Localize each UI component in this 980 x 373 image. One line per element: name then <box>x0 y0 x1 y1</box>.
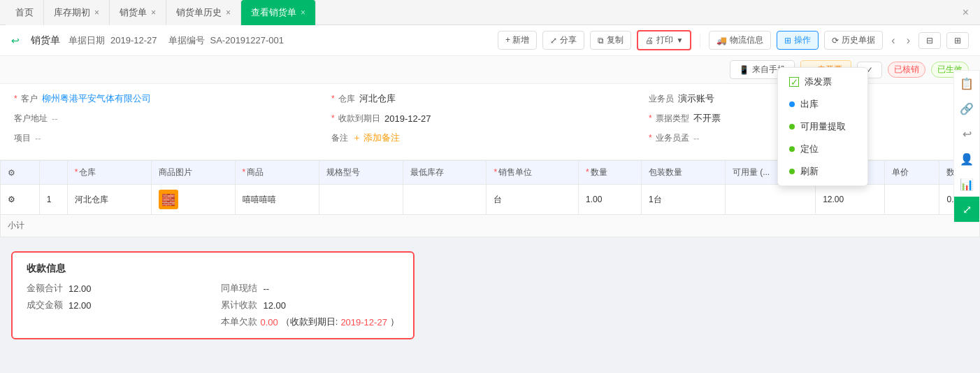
warehouse-value: 河北仓库 <box>359 92 396 105</box>
history-icon: ⟳ <box>832 36 839 45</box>
sidebar-icon-2[interactable]: 🔗 <box>954 96 979 121</box>
history-button[interactable]: ⟳ 历史单据 <box>824 31 883 50</box>
col-no <box>39 161 67 185</box>
warehouse-label-text: 仓库 <box>338 94 355 104</box>
right-sidebar: 📋 🔗 ↩ 👤 📊 ⤢ <box>953 70 980 223</box>
tab-home[interactable]: 首页 <box>6 0 44 25</box>
payment-due-date-value: 2019-12-27 <box>340 317 387 328</box>
print-button[interactable]: 🖨 打印 ▼ <box>637 30 691 50</box>
green-dot-icon-1 <box>789 124 795 129</box>
tab-view-sales-close[interactable]: × <box>301 8 305 17</box>
nav-prev-button[interactable]: ‹ <box>888 33 898 48</box>
global-close-button[interactable]: × <box>957 6 974 19</box>
doc-title-area: ↩ 销货单 单据日期 2019-12-27 单据编号 SA-20191227-0… <box>11 34 498 47</box>
col-spec: 规格型号 <box>319 161 403 185</box>
col-product: *商品 <box>235 161 319 185</box>
project-label: 项目 <box>14 132 31 144</box>
tab-view-sales[interactable]: 查看销货单 × <box>241 0 316 25</box>
add-invoice-item[interactable]: ✓ 添发票 <box>778 71 867 93</box>
tab-sales-history-close[interactable]: × <box>226 8 231 17</box>
tab-sales-order-close[interactable]: × <box>151 8 156 17</box>
tab-inventory-init-label: 库存期初 <box>54 6 90 19</box>
row-pack-qty-cell: 1台 <box>641 185 725 215</box>
tab-inventory-init-close[interactable]: × <box>94 8 99 17</box>
tab-inventory-init[interactable]: 库存期初 × <box>44 0 110 25</box>
sidebar-icon-5[interactable]: 📊 <box>954 171 979 197</box>
tab-sales-history[interactable]: 销货单历史 × <box>166 0 241 25</box>
copy-button[interactable]: ⧉ 复制 <box>590 31 631 50</box>
add-note-button[interactable]: ＋ 添加备注 <box>352 132 400 144</box>
refresh-label: 刷新 <box>800 165 819 178</box>
payment-title: 收款信息 <box>27 262 399 275</box>
table-row[interactable]: ⚙ 1 河北仓库 🧱 嘻嘻嘻嘻 台 1.00 1台 12.00 <box>1 185 980 215</box>
operations-dropdown: ✓ 添发票 出库 可用量提取 定位 刷新 <box>777 67 868 186</box>
tab-home-label: 首页 <box>15 6 34 19</box>
col-qty: *数量 <box>579 161 642 185</box>
customer-label-text: 客户 <box>21 94 38 104</box>
customer-value[interactable]: 柳州粤港平安气体有限公司 <box>42 92 151 105</box>
col-warehouse: *仓库 <box>67 161 151 185</box>
add-invoice-label: 添发票 <box>805 76 832 88</box>
row-gear-icon: ⚙ <box>8 195 15 204</box>
new-button[interactable]: + 新增 <box>498 31 537 50</box>
col-image: 商品图片 <box>151 161 235 185</box>
logistics-button[interactable]: 🚚 物流信息 <box>709 31 771 50</box>
available-qty-item[interactable]: 可用量提取 <box>778 115 867 138</box>
phone-icon: 📱 <box>739 65 749 75</box>
sidebar-icon-6[interactable]: ⤢ <box>954 197 979 222</box>
col-settings[interactable]: ⚙ <box>1 161 40 185</box>
project-label-text: 项目 <box>14 133 31 143</box>
green-dot-icon-3 <box>789 169 795 174</box>
warehouse-label: * 仓库 <box>331 93 355 105</box>
staff2-label: * 业务员孟 <box>649 132 689 144</box>
sidebar-icon-4[interactable]: 👤 <box>954 146 979 171</box>
doc-date-label: 单据日期 2019-12-27 <box>69 34 157 47</box>
row-min-stock-cell <box>403 185 487 215</box>
print-dropdown-arrow: ▼ <box>676 36 683 44</box>
note-label-text: 备注 <box>331 133 348 143</box>
payment-date-field: * 收款到期日 2019-12-27 <box>331 113 649 125</box>
print-label: 打印 <box>656 34 673 46</box>
staff2-required: * <box>649 133 652 143</box>
payment-total-row: 金额合计 12.00 <box>27 282 204 295</box>
view-list-button[interactable]: ⊟ <box>918 32 941 49</box>
payment-outstanding-label: 本单欠款 <box>221 316 257 328</box>
sidebar-icon-1[interactable]: 📋 <box>954 71 979 96</box>
operations-button[interactable]: ⊞ 操作 <box>777 31 819 50</box>
logistics-label: 物流信息 <box>730 34 763 46</box>
sidebar-icon-3[interactable]: ↩ <box>954 121 979 146</box>
row-spec-cell <box>319 185 403 215</box>
project-value: -- <box>35 133 41 143</box>
tab-sales-order[interactable]: 销货单 × <box>110 0 166 25</box>
tab-sales-history-label: 销货单历史 <box>176 6 222 19</box>
operations-label: 操作 <box>794 34 811 46</box>
payment-date-required: * <box>331 113 335 123</box>
note-field: 备注 ＋ 添加备注 <box>331 132 649 144</box>
payment-same-order-label: 同单现结 <box>221 282 257 295</box>
project-field: 项目 -- <box>14 132 331 144</box>
row-unit-cell: 台 <box>487 185 579 215</box>
payment-cumulative-label: 累计收款 <box>221 299 257 311</box>
subtotal-cell: 小计 <box>1 215 980 237</box>
payment-due-date-suffix: ） <box>390 316 399 328</box>
refresh-item[interactable]: 刷新 <box>778 160 867 183</box>
outbound-item[interactable]: 出库 <box>778 93 867 115</box>
subtotal-label: 小计 <box>8 220 24 230</box>
doc-type-title: 销货单 <box>31 34 60 47</box>
doc-meta: 单据日期 2019-12-27 单据编号 SA-20191227-001 <box>69 34 284 47</box>
col-unit: *销售单位 <box>487 161 579 185</box>
payment-outstanding-row: 本单欠款 0.00 （收款到期日: 2019-12-27 ） <box>221 316 398 328</box>
nav-next-button[interactable]: › <box>904 33 913 48</box>
payment-section: 收款信息 金额合计 12.00 同单现结 -- 成交金额 12.00 <box>0 237 980 353</box>
share-button[interactable]: ⤢ 分享 <box>542 31 584 50</box>
row-settings-cell[interactable]: ⚙ <box>1 185 40 215</box>
locate-item[interactable]: 定位 <box>778 138 867 160</box>
green-dot-icon-2 <box>789 146 795 152</box>
available-qty-label: 可用量提取 <box>800 120 846 133</box>
view-grid-button[interactable]: ⊞ <box>946 32 969 49</box>
subtotal-row: 小计 <box>1 215 980 237</box>
copy-label: 复制 <box>607 34 624 46</box>
address-label: 客户地址 <box>14 113 48 125</box>
gear-icon: ⚙ <box>8 168 15 178</box>
address-label-text: 客户地址 <box>14 113 48 123</box>
